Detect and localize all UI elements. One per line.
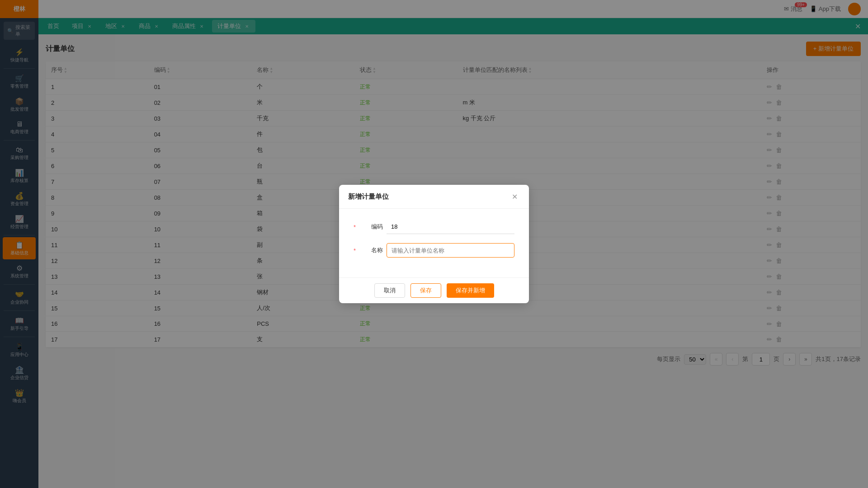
code-required-mark: *	[354, 224, 356, 230]
name-required-mark: *	[354, 247, 356, 254]
modal-dialog: 新增计量单位 ✕ * 编码 * 名称 取消 保存 保存并新增	[339, 185, 529, 303]
modal-overlay[interactable]: 新增计量单位 ✕ * 编码 * 名称 取消 保存 保存并新增	[0, 0, 868, 488]
save-and-new-button[interactable]: 保存并新增	[447, 283, 494, 298]
modal-body: * 编码 * 名称	[339, 209, 529, 277]
name-label: 名称	[360, 246, 383, 254]
code-label: 编码	[360, 223, 383, 231]
code-form-item: * 编码	[354, 220, 514, 234]
save-button[interactable]: 保存	[410, 283, 441, 298]
cancel-button[interactable]: 取消	[374, 283, 405, 298]
code-input[interactable]	[387, 220, 514, 234]
modal-footer: 取消 保存 保存并新增	[339, 277, 529, 303]
modal-close-button[interactable]: ✕	[509, 191, 520, 202]
name-form-item: * 名称	[354, 243, 514, 258]
modal-header: 新增计量单位 ✕	[339, 185, 529, 209]
modal-title: 新增计量单位	[348, 192, 389, 201]
name-input[interactable]	[387, 243, 514, 258]
